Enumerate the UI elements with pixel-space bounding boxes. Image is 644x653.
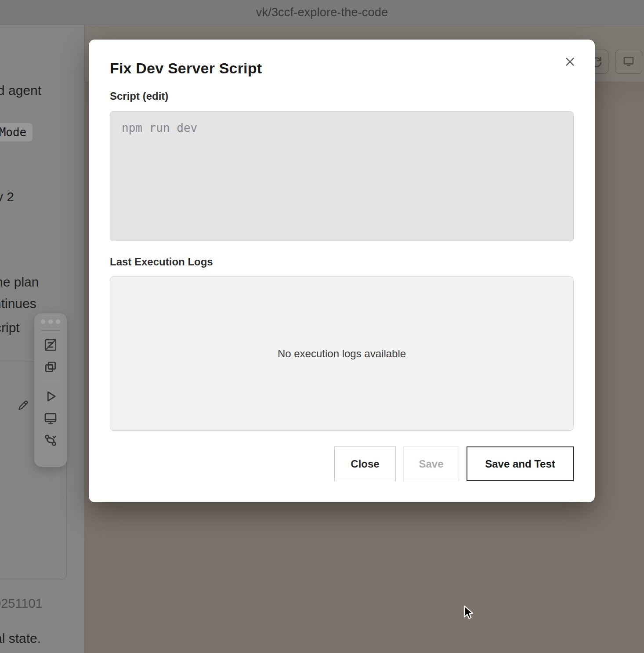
sidebar-text-fragment: v 2 <box>0 189 14 204</box>
execution-logs-panel: No execution logs available <box>110 276 574 431</box>
monitor-icon <box>622 54 636 69</box>
script-edit-label: Script (edit) <box>110 90 168 102</box>
close-button[interactable]: Close <box>334 446 396 481</box>
git-branch-icon[interactable] <box>41 431 60 450</box>
copy-icon[interactable] <box>41 357 60 377</box>
monitor-icon[interactable] <box>41 409 60 428</box>
save-button: Save <box>403 446 459 481</box>
last-execution-logs-label: Last Execution Logs <box>110 256 213 268</box>
dialog-button-row: Close Save Save and Test <box>334 446 574 481</box>
edit-pencil-icon <box>17 399 29 412</box>
floating-tool-palette[interactable] <box>34 313 67 467</box>
sidebar-text-fragment: 0251101 <box>0 596 43 611</box>
window-title: vk/3ccf-explore-the-code <box>256 6 388 19</box>
sidebar-text-fragment: he plan <box>0 275 39 290</box>
sidebar-text-fragment: d agent <box>0 83 41 98</box>
sidebar-text-fragment: cript <box>0 320 20 335</box>
logs-empty-message: No execution logs available <box>278 348 406 360</box>
palette-drag-handle-icon[interactable] <box>41 319 60 324</box>
palette-divider <box>41 382 60 383</box>
script-input[interactable] <box>110 111 574 241</box>
logo-icon[interactable] <box>41 335 60 355</box>
fix-dev-server-script-dialog: Fix Dev Server Script Script (edit) Last… <box>89 40 595 502</box>
play-icon[interactable] <box>41 387 60 406</box>
sidebar-text-fragment: al state. <box>0 631 41 646</box>
mouse-cursor <box>463 605 474 621</box>
palette-divider <box>41 330 60 331</box>
dialog-title: Fix Dev Server Script <box>110 60 262 77</box>
save-and-test-button[interactable]: Save and Test <box>467 446 574 481</box>
sidebar-code-chip: nMode <box>0 123 33 141</box>
close-icon[interactable] <box>562 54 578 69</box>
preview-monitor-button[interactable] <box>615 50 642 74</box>
sidebar-text-fragment: ntinues <box>0 296 36 311</box>
window-titlebar: vk/3ccf-explore-the-code <box>0 0 644 25</box>
